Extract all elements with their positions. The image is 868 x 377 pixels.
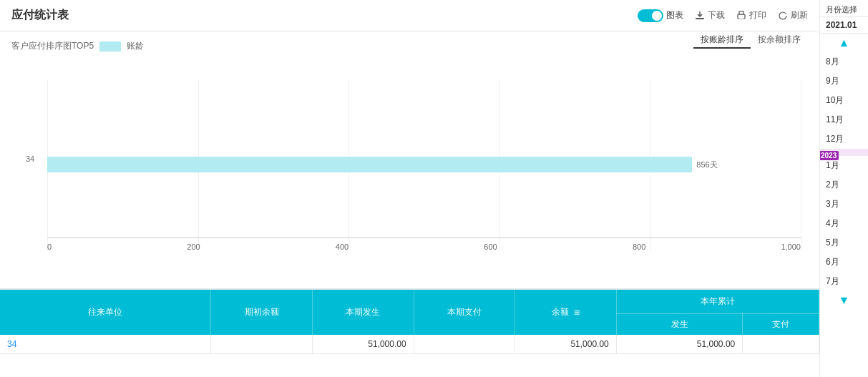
chart-legend: 客户应付排序图TOP5 账龄 [11,40,144,52]
col-ytd: 本年累计 [616,290,819,314]
col-ytd-occur: 发生 [616,314,742,336]
sidebar-month-item[interactable]: 10月 [820,91,868,110]
sidebar-month-item[interactable]: 4月 [820,214,868,233]
chart-container: 34 856天 [11,72,808,280]
ytd-pay-cell [743,335,819,354]
table-section: 往来单位 期初余额 本期发生 本期支付 余额 ⊞ 本年累计 发生 支付 34 [0,288,819,377]
chart-area: 856天 0 200 400 600 800 1,000 [47,79,801,251]
sidebar-month-item[interactable]: 5月 [820,233,868,253]
balance-cell: 51,000.00 [515,335,617,354]
chart-toggle-label: 图表 [666,9,683,21]
chart-toggle[interactable] [638,9,663,22]
sidebar-title: 月份选择 [820,0,868,17]
table-row: 34 51,000.00 51,000.00 51,000.00 [0,335,819,354]
x-axis: 0 200 400 600 800 1,000 [47,243,801,251]
sidebar-month-item[interactable]: 6月 [820,253,868,272]
sort-by-amount-btn[interactable]: 按账龄排序 [693,32,751,49]
bar-label: 856天 [696,160,717,170]
x-label-600: 600 [484,243,497,251]
table-body: 34 51,000.00 51,000.00 51,000.00 [0,335,819,354]
grid-line-1000 [801,79,801,251]
sidebar-month-item[interactable]: 3月 [820,195,868,214]
header-actions: 图表 下载 打印 刷新 [638,9,808,22]
col-unit: 往来单位 [0,290,211,335]
col-opening: 期初余额 [211,290,313,335]
pay-cell [414,335,515,354]
svg-rect-3 [739,16,743,19]
col-pay: 本期支付 [414,290,515,335]
y-axis-label: 34 [26,155,34,163]
legend-label2: 账龄 [127,40,144,52]
sidebar-down-btn[interactable]: ▼ [820,291,868,310]
x-axis-line [47,238,801,238]
right-sidebar: 月份选择 2021.01 ▲ 8月9月10月11月12月20231月2月3月4月… [819,0,868,377]
x-label-0: 0 [47,243,52,251]
svg-rect-2 [739,11,743,14]
chart-toggle-wrap[interactable]: 图表 [638,9,683,22]
sidebar-year-marker[interactable]: 2023 [820,149,868,156]
sidebar-month-item[interactable]: 12月 [820,129,868,149]
sort-by-balance-btn[interactable]: 按余额排序 [751,32,808,49]
bar-row: 856天 [47,157,801,172]
x-label-400: 400 [336,243,348,251]
legend-box [99,41,121,52]
x-label-1000: 1,000 [781,243,801,251]
x-label-800: 800 [633,243,645,251]
sidebar-month-item[interactable]: 11月 [820,110,868,129]
sidebar-month-item[interactable]: 2月 [820,175,868,195]
sidebar-up-btn[interactable]: ▲ [820,34,868,52]
main-content: 应付统计表 图表 下载 打印 刷新 客户应付排序图TOP5 [0,0,819,377]
print-icon [736,11,746,21]
refresh-button[interactable]: 刷新 [778,9,808,21]
month-list: 8月9月10月11月12月20231月2月3月4月5月6月7月 [820,52,868,291]
sidebar-month-item[interactable]: 7月 [820,272,868,291]
svg-rect-0 [696,18,704,19]
sidebar-month-item[interactable]: 8月 [820,52,868,72]
x-label-200: 200 [187,243,200,251]
opening-cell [211,335,313,354]
page-header: 应付统计表 图表 下载 打印 刷新 [0,0,819,31]
col-occur: 本期发生 [313,290,414,335]
unit-cell[interactable]: 34 [0,335,211,354]
download-icon [695,11,705,21]
sidebar-month-item[interactable]: 9月 [820,72,868,91]
bar-fill [47,157,692,172]
ytd-occur-cell: 51,000.00 [616,335,742,354]
table-header-row: 往来单位 期初余额 本期发生 本期支付 余额 ⊞ 本年累计 [0,290,819,314]
refresh-icon [778,11,788,21]
sidebar-month-item[interactable]: 1月 [820,156,868,175]
legend-text: 客户应付排序图TOP5 [11,40,94,52]
svg-point-4 [779,12,786,19]
page-title: 应付统计表 [11,8,69,23]
download-button[interactable]: 下载 [695,9,725,21]
chart-section: 客户应付排序图TOP5 账龄 按账龄排序 按余额排序 34 [0,31,819,288]
data-table: 往来单位 期初余额 本期发生 本期支付 余额 ⊞ 本年累计 发生 支付 34 [0,290,819,354]
print-button[interactable]: 打印 [736,9,766,21]
col-balance: 余额 ⊞ [515,290,617,335]
sidebar-year-val: 2021.01 [820,17,868,34]
sort-buttons: 按账龄排序 按余额排序 [693,32,808,49]
col-ytd-pay: 支付 [743,314,819,336]
occur-cell: 51,000.00 [313,335,414,354]
